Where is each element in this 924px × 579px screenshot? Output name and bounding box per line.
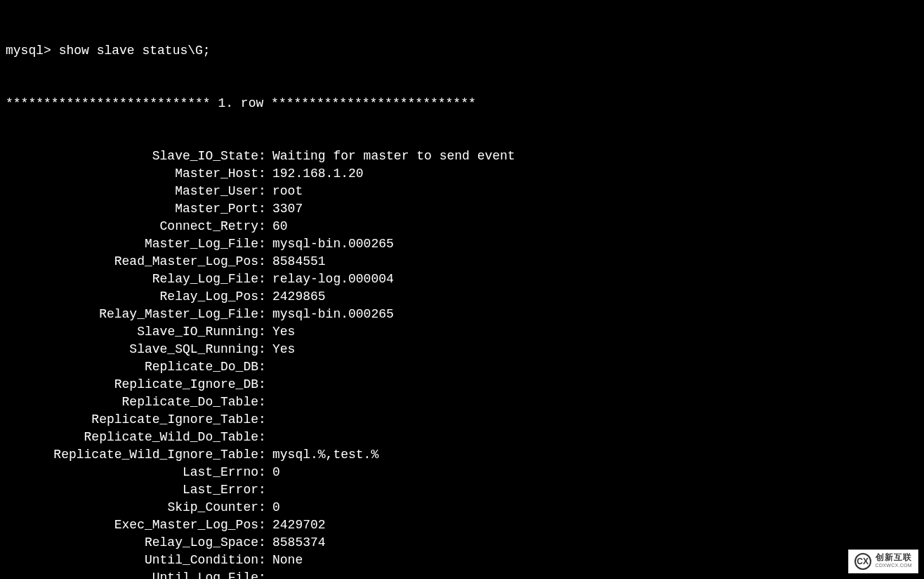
status-field-row: Relay_Log_Pos: 2429865 [6,288,918,306]
status-field-row: Master_Log_File: mysql-bin.000265 [6,235,918,253]
status-field-row: Master_Port: 3307 [6,200,918,218]
separator-right: *************************** [271,96,476,110]
status-field-row: Replicate_Ignore_DB: [6,376,918,393]
status-field-value: 8584551 [272,253,326,271]
terminal-output[interactable]: mysql> show slave status\G; ************… [6,7,918,579]
field-colon: : [258,218,272,235]
status-field-row: Skip_Counter: 0 [6,499,918,516]
status-field-label: Skip_Counter [6,499,258,516]
field-colon: : [258,148,272,165]
field-colon: : [258,358,272,376]
status-field-row: Last_Error: [6,481,918,499]
status-field-label: Last_Errno [6,464,258,481]
status-field-value: 60 [272,218,288,235]
field-colon: : [258,552,272,569]
status-field-value: Yes [272,341,295,358]
field-colon: : [258,288,272,306]
status-field-row: Replicate_Ignore_Table: [6,411,918,429]
field-colon: : [258,341,272,358]
status-field-label: Relay_Log_Pos [6,288,258,306]
status-field-label: Master_Log_File [6,235,258,253]
status-field-row: Exec_Master_Log_Pos: 2429702 [6,516,918,534]
field-colon: : [258,464,272,481]
status-field-label: Replicate_Do_DB [6,358,258,376]
status-field-row: Relay_Master_Log_File: mysql-bin.000265 [6,306,918,323]
mysql-prompt-line: mysql> show slave status\G; [6,42,918,60]
status-field-value: Yes [272,323,295,341]
watermark-chinese: 创新互联 [876,553,912,561]
row-number-label: 1. row [218,96,263,110]
status-field-label: Relay_Master_Log_File [6,306,258,323]
field-colon: : [258,499,272,516]
mysql-command: show slave status\G; [59,42,211,60]
field-colon: : [258,429,272,446]
field-colon: : [258,516,272,534]
status-field-row: Connect_Retry: 60 [6,218,918,235]
status-field-label: Master_User [6,183,258,200]
watermark-text: 创新互联 CDXWCX.COM [876,553,912,570]
status-field-label: Until_Log_File [6,569,258,579]
field-colon: : [258,376,272,393]
field-colon: : [258,446,272,464]
status-field-label: Slave_SQL_Running [6,341,258,358]
status-field-row: Read_Master_Log_Pos: 8584551 [6,253,918,271]
status-field-label: Connect_Retry [6,218,258,235]
field-colon: : [258,235,272,253]
status-field-row: Relay_Log_Space: 8585374 [6,534,918,552]
status-field-label: Exec_Master_Log_Pos [6,516,258,534]
status-field-row: Replicate_Do_DB: [6,358,918,376]
field-colon: : [258,306,272,323]
separator-left: *************************** [6,96,211,110]
field-colon: : [258,569,272,579]
field-colon: : [258,534,272,552]
watermark-logo-icon: CX [854,553,871,570]
status-field-value: 0 [272,499,280,516]
status-field-row: Replicate_Wild_Do_Table: [6,429,918,446]
status-field-row: Slave_IO_Running: Yes [6,323,918,341]
status-field-value: mysql.%,test.% [272,446,378,464]
field-colon: : [258,200,272,218]
status-field-label: Relay_Log_File [6,271,258,288]
status-field-label: Slave_IO_State [6,148,258,165]
status-field-label: Replicate_Wild_Do_Table [6,429,258,446]
status-field-value: 192.168.1.20 [272,165,364,183]
status-field-label: Master_Host [6,165,258,183]
status-field-value: root [272,183,303,200]
status-field-value: 0 [272,464,280,481]
status-field-row: Slave_SQL_Running: Yes [6,341,918,358]
status-field-value: 2429865 [272,288,326,306]
status-field-row: Master_User: root [6,183,918,200]
slave-status-fields: Slave_IO_State: Waiting for master to se… [6,148,918,579]
status-field-value: mysql-bin.000265 [272,306,394,323]
status-field-label: Replicate_Ignore_DB [6,376,258,393]
status-field-label: Last_Error [6,481,258,499]
status-field-row: Until_Log_File: [6,569,918,579]
watermark-badge: CX 创新互联 CDXWCX.COM [848,549,918,573]
mysql-prompt: mysql> [6,42,51,60]
status-field-value: 8585374 [272,534,326,552]
status-field-row: Last_Errno: 0 [6,464,918,481]
field-colon: : [258,411,272,429]
status-field-label: Replicate_Ignore_Table [6,411,258,429]
field-colon: : [258,183,272,200]
field-colon: : [258,165,272,183]
status-field-value: mysql-bin.000265 [272,235,394,253]
status-field-label: Master_Port [6,200,258,218]
field-colon: : [258,253,272,271]
status-field-label: Read_Master_Log_Pos [6,253,258,271]
status-field-value: Waiting for master to send event [272,148,515,165]
row-separator-line: *************************** 1. row *****… [6,95,918,112]
field-colon: : [258,393,272,411]
field-colon: : [258,323,272,341]
status-field-value: None [272,552,303,569]
status-field-row: Replicate_Wild_Ignore_Table: mysql.%,tes… [6,446,918,464]
status-field-label: Slave_IO_Running [6,323,258,341]
status-field-row: Relay_Log_File: relay-log.000004 [6,271,918,288]
status-field-value: relay-log.000004 [272,271,394,288]
status-field-label: Relay_Log_Space [6,534,258,552]
status-field-row: Replicate_Do_Table: [6,393,918,411]
status-field-value: 2429702 [272,516,326,534]
watermark-english: CDXWCX.COM [876,561,912,570]
status-field-row: Slave_IO_State: Waiting for master to se… [6,148,918,165]
status-field-label: Replicate_Wild_Ignore_Table [6,446,258,464]
